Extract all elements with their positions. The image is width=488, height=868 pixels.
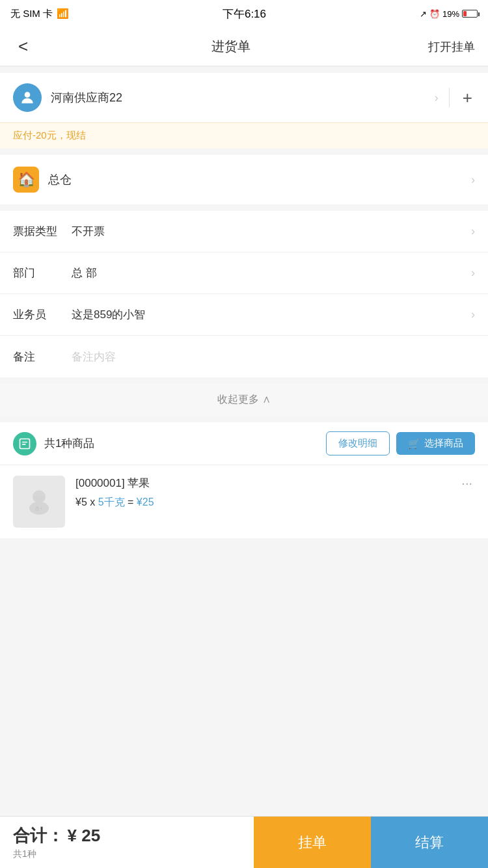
status-bar: 无 SIM 卡 📶 下午6:16 ↗ ⏰ 19% xyxy=(0,0,488,27)
notice-banner: 应付-20元，现结 xyxy=(0,122,488,148)
chevron-right-icon: › xyxy=(471,308,475,321)
divider xyxy=(449,88,450,107)
chevron-right-icon: › xyxy=(471,224,475,238)
remark-label: 备注 xyxy=(13,349,72,364)
total-price: ¥25 xyxy=(137,496,154,508)
svg-text:兽+: 兽+ xyxy=(35,506,42,511)
bottom-bar: 合计： ¥ 25 共1种 挂单 结算 xyxy=(0,816,488,868)
notice-text: 应付-20元，现结 xyxy=(13,129,86,141)
svg-point-0 xyxy=(25,92,31,98)
warehouse-name: 总仓 xyxy=(48,172,465,187)
cart-icon: 🛒 xyxy=(408,438,420,450)
product-item: 兽+ [0000001] 苹果 ¥5 x 5千克 = ¥25 ··· xyxy=(0,465,488,538)
svg-point-2 xyxy=(33,491,46,504)
select-product-button[interactable]: 🛒 选择商品 xyxy=(396,432,475,455)
sim-label: 无 SIM 卡 xyxy=(10,8,53,20)
salesman-label: 业务员 xyxy=(13,307,72,322)
location-icon: ↗ xyxy=(420,9,427,19)
status-bar-time: 下午6:16 xyxy=(223,7,266,21)
department-label: 部门 xyxy=(13,265,72,280)
hang-button[interactable]: 挂单 xyxy=(254,817,371,869)
product-more-button[interactable]: ··· xyxy=(459,476,475,491)
ticket-type-value: 不开票 xyxy=(72,224,465,239)
supplier-section: 河南供应商22 › + 应付-20元，现结 xyxy=(0,73,488,148)
chevron-right-icon: › xyxy=(435,91,439,105)
supplier-name: 河南供应商22 xyxy=(51,90,428,105)
status-bar-right: ↗ ⏰ 19% xyxy=(420,9,478,19)
department-row[interactable]: 部门 总 部 › xyxy=(0,252,488,294)
edit-detail-button[interactable]: 修改明细 xyxy=(326,431,390,455)
products-count: 共1种商品 xyxy=(44,436,326,451)
product-name: [0000001] 苹果 xyxy=(75,476,459,491)
supplier-avatar xyxy=(13,83,42,112)
warehouse-section: 🏠 总仓 › xyxy=(0,155,488,204)
product-info: [0000001] 苹果 ¥5 x 5千克 = ¥25 xyxy=(75,476,459,509)
ticket-type-row[interactable]: 票据类型 不开票 › xyxy=(0,211,488,252)
status-bar-left: 无 SIM 卡 📶 xyxy=(10,8,69,20)
product-thumbnail: 兽+ xyxy=(13,476,65,528)
products-icon xyxy=(13,432,36,455)
department-value: 总 部 xyxy=(72,265,465,280)
warehouse-icon: 🏠 xyxy=(13,167,39,193)
chevron-right-icon: › xyxy=(471,266,475,280)
nav-bar: < 进货单 打开挂单 xyxy=(0,27,488,66)
wifi-icon: 📶 xyxy=(57,8,69,20)
battery-percent: 19% xyxy=(442,9,459,19)
unit-price: ¥5 xyxy=(75,496,87,508)
supplier-row[interactable]: 河南供应商22 › + xyxy=(0,73,488,122)
open-pending-button[interactable]: 打开挂单 xyxy=(428,39,475,55)
product-code: [0000001] xyxy=(75,477,125,489)
back-button[interactable]: < xyxy=(13,34,33,59)
battery-icon xyxy=(462,10,478,18)
ticket-type-label: 票据类型 xyxy=(13,224,72,239)
warehouse-row[interactable]: 🏠 总仓 › xyxy=(0,155,488,204)
product-price: ¥5 x 5千克 = ¥25 xyxy=(75,496,459,509)
total-sub: 共1种 xyxy=(13,848,241,860)
chevron-right-icon: › xyxy=(471,173,475,187)
select-product-label: 选择商品 xyxy=(424,437,463,450)
alarm-icon: ⏰ xyxy=(429,9,440,19)
form-section: 票据类型 不开票 › 部门 总 部 › 业务员 这是859的小智 › 备注 备注… xyxy=(0,211,488,377)
equals-sign: = xyxy=(128,496,137,508)
salesman-value: 这是859的小智 xyxy=(72,307,465,322)
collapse-button[interactable]: 收起更多 ∧ xyxy=(0,384,488,416)
add-button[interactable]: + xyxy=(460,88,475,108)
total-section: 合计： ¥ 25 共1种 xyxy=(0,824,254,860)
total-label: 合计： xyxy=(13,826,64,845)
products-section: 共1种商品 修改明细 🛒 选择商品 兽+ [0000001] 苹果 ¥5 x xyxy=(0,422,488,538)
product-apple: 苹果 xyxy=(128,477,150,489)
quantity: 5千克 xyxy=(98,496,125,508)
page-title: 进货单 xyxy=(211,38,251,55)
remark-input[interactable]: 备注内容 xyxy=(72,349,475,364)
checkout-button[interactable]: 结算 xyxy=(371,817,488,869)
remark-row[interactable]: 备注 备注内容 xyxy=(0,336,488,377)
collapse-label: 收起更多 ∧ xyxy=(217,394,270,405)
total-value: ¥ 25 xyxy=(68,826,101,845)
total-amount: 合计： ¥ 25 xyxy=(13,824,241,847)
products-header: 共1种商品 修改明细 🛒 选择商品 xyxy=(0,422,488,465)
salesman-row[interactable]: 业务员 这是859的小智 › xyxy=(0,294,488,336)
multiply-sign: x xyxy=(90,496,98,508)
